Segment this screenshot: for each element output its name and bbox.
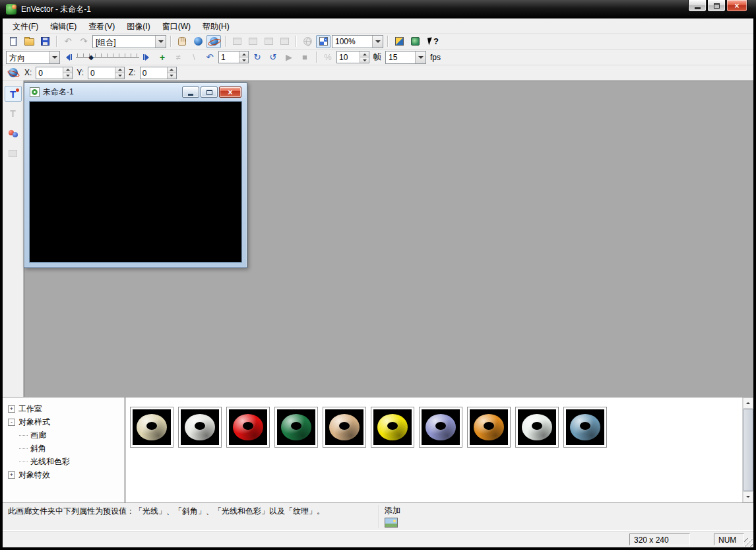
pingpong-button[interactable]: ↺ [266, 51, 280, 64]
spin-up-button[interactable] [63, 67, 72, 73]
tree-item-object-effects[interactable]: +对象特效 [5, 468, 123, 481]
current-frame-spinner[interactable]: 1 [218, 51, 249, 63]
rotate-xyz-button[interactable] [6, 66, 20, 79]
gallery-item-orange-torus[interactable] [467, 407, 511, 448]
statusbar: 320 x 240 NUM [3, 530, 753, 547]
document-minimize-button[interactable] [182, 86, 199, 98]
text-object-tool-button[interactable]: T [5, 86, 22, 102]
delete-frame-button[interactable]: \ [187, 51, 201, 64]
add-to-gallery-button[interactable] [385, 518, 398, 528]
effects-tool-button[interactable] [5, 145, 22, 161]
web-preview-button[interactable] [408, 35, 422, 48]
group-combobox-dropdown[interactable] [155, 36, 166, 48]
tree-toggle-icon[interactable]: + [8, 471, 15, 479]
close-button[interactable]: × [726, 0, 747, 12]
display-option-button-4[interactable] [277, 35, 292, 48]
spin-down-button[interactable] [360, 57, 369, 63]
gallery-item-white-torus[interactable] [178, 407, 222, 448]
document-maximize-button[interactable] [201, 86, 218, 98]
zoom-combobox[interactable]: 100% [332, 35, 383, 48]
spin-up-button[interactable] [115, 67, 124, 73]
maximize-button[interactable] [707, 0, 726, 12]
group-combobox[interactable]: [组合] [92, 35, 166, 48]
y-spinner[interactable]: 0 [88, 67, 125, 79]
menu-item-help[interactable]: 帮助(H) [197, 18, 236, 33]
display-option-button-2[interactable] [245, 35, 260, 48]
fps-combobox-dropdown[interactable] [415, 52, 425, 63]
rotate-object-button[interactable] [191, 35, 205, 48]
tree-item-gallery[interactable]: 画廊 [17, 429, 123, 442]
scrollbar-thumb[interactable] [743, 409, 753, 491]
minimize-button[interactable] [688, 0, 707, 12]
menu-item-edit[interactable]: 编辑(E) [44, 18, 82, 33]
spin-up-button[interactable] [239, 52, 248, 57]
menu-item-window[interactable]: 窗口(W) [156, 18, 197, 33]
direction-combobox[interactable]: 方向 [6, 51, 60, 64]
tree-toggle-icon[interactable]: + [8, 405, 15, 413]
document-titlebar[interactable]: 未命名-1 × [29, 83, 242, 101]
direction-combobox-dropdown[interactable] [49, 52, 59, 63]
redo-button[interactable]: ↷ [77, 35, 91, 48]
gallery-item-cream-torus[interactable] [130, 407, 173, 448]
toolbar-position: X: 0 Y: 0 Z: 0 [3, 65, 753, 81]
document-close-button[interactable]: × [219, 86, 241, 98]
slider-thumb[interactable]: ◆ [88, 53, 94, 61]
spin-up-button[interactable] [168, 67, 176, 73]
insert-frame-button[interactable]: ≠ [171, 51, 185, 64]
scroll-down-button[interactable] [743, 491, 753, 502]
edit-text-tool-button[interactable]: T [5, 106, 22, 121]
slider-track[interactable]: ◆ [76, 52, 139, 63]
zoom-combobox-dropdown[interactable] [372, 36, 383, 48]
display-option-button-1[interactable] [230, 35, 244, 48]
document-canvas[interactable] [29, 101, 242, 263]
reverse-direction-button[interactable]: ↶ [203, 51, 217, 64]
slider-step-back-button[interactable] [64, 52, 74, 62]
loop-button[interactable]: ↻ [250, 51, 265, 64]
display-option-button-3[interactable] [261, 35, 276, 48]
spin-down-button[interactable] [168, 73, 176, 79]
total-frames-spinner[interactable]: 10 [336, 51, 369, 63]
gallery-item-green-torus[interactable] [274, 407, 318, 448]
fps-unit-label: fps [427, 53, 443, 62]
undo-button[interactable]: ↶ [61, 35, 75, 48]
texture-grid-button[interactable] [316, 35, 331, 48]
percent-button[interactable]: % [321, 51, 335, 64]
add-frame-button[interactable]: + [155, 51, 170, 64]
scroll-up-button[interactable] [743, 397, 753, 409]
save-button[interactable] [38, 35, 52, 48]
menu-item-image[interactable]: 图像(I) [121, 18, 156, 33]
z-spinner[interactable]: 0 [140, 67, 177, 79]
tree-item-light-and-color[interactable]: 光线和色彩 [17, 455, 123, 468]
document-window[interactable]: 未命名-1 × [24, 83, 247, 268]
pan-tool-button[interactable] [175, 35, 189, 48]
spin-down-button[interactable] [239, 57, 248, 63]
color-tool-button[interactable] [5, 125, 22, 141]
gallery-item-silver-torus[interactable] [515, 407, 559, 448]
gallery-item-periwinkle-torus[interactable] [419, 407, 462, 448]
gallery-item-steelblue-torus[interactable] [563, 407, 607, 448]
tree-item-bevel[interactable]: 斜角 [17, 442, 123, 455]
gallery-item-tan-torus[interactable] [323, 407, 366, 448]
rotate-view-button[interactable] [206, 35, 221, 48]
tree-toggle-icon[interactable]: - [8, 419, 15, 426]
spin-down-button[interactable] [115, 73, 124, 79]
globe-button[interactable] [300, 35, 315, 48]
context-help-button[interactable]: ? [424, 35, 443, 48]
spin-up-button[interactable] [360, 52, 369, 57]
open-button[interactable] [22, 35, 36, 48]
spin-down-button[interactable] [63, 73, 72, 79]
x-spinner[interactable]: 0 [36, 67, 73, 79]
export-image-button[interactable] [392, 35, 406, 48]
tree-item-studio[interactable]: +工作室 [5, 402, 123, 415]
fps-combobox[interactable]: 15 [385, 51, 426, 64]
resize-grip[interactable] [744, 538, 753, 547]
slider-step-forward-button[interactable] [141, 52, 151, 62]
tree-item-object-style[interactable]: -对象样式 [5, 415, 123, 429]
gallery-item-red-torus[interactable] [226, 407, 270, 448]
gallery-item-yellow-torus[interactable] [371, 407, 414, 448]
menu-item-view[interactable]: 查看(V) [82, 18, 121, 33]
stop-button[interactable]: ■ [298, 51, 312, 64]
menu-item-file[interactable]: 文件(F) [7, 18, 44, 33]
play-button[interactable]: ▶ [282, 51, 296, 64]
new-document-button[interactable] [6, 35, 20, 48]
